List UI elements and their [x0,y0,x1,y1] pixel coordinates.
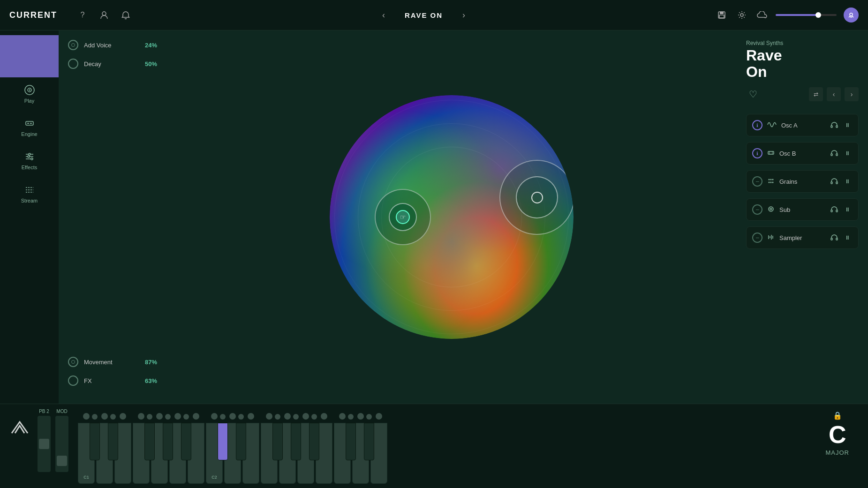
sampler-headphone-button[interactable] [829,233,839,243]
orb-outer-right [499,160,574,235]
disc-orb-right[interactable] [499,160,574,235]
key-dot-A2 [302,413,309,420]
key-note: C [829,422,846,447]
key-D#2[interactable] [236,423,246,460]
decay-circle [68,59,78,69]
stream-label: Stream [21,198,38,203]
svg-rect-23 [768,151,774,154]
sub-headphone-button[interactable] [829,204,839,215]
sidebar-item-effects[interactable]: Effects [0,144,59,177]
key-dot-F2 [266,413,272,420]
sampler-icon [767,234,775,242]
svg-point-36 [769,207,773,211]
volume-slider[interactable] [776,14,837,16]
settings-icon[interactable] [735,8,748,22]
movement-control[interactable]: Movement 87% [68,357,157,367]
osc-b-power-button[interactable]: ℹ [752,148,762,158]
sampler-power-button[interactable]: − [752,233,762,243]
disc-visualizer[interactable]: ☞ [330,95,574,339]
source-osc-a: ℹ Osc A ⏸ [746,114,859,136]
next-track-button[interactable]: › [457,8,471,22]
svg-point-14 [29,153,30,155]
fx-circle [68,375,78,386]
stream-icon [24,184,35,195]
effects-label: Effects [22,165,37,170]
key-G#1[interactable] [163,423,173,460]
key-A#2[interactable] [309,423,319,460]
grains-power-button[interactable]: − [752,176,762,187]
pb-handle [39,439,49,449]
key-dot-G2 [284,413,291,420]
key-label-C1: C1 [83,475,89,480]
osc-b-headphone-button[interactable] [829,148,839,158]
grains-headphone-button[interactable] [829,176,839,187]
save-icon[interactable] [715,8,728,22]
sidebar-item-engine[interactable]: Engine [0,111,59,144]
sub-actions: ⏸ [829,204,853,215]
decay-control[interactable]: Decay 50% [68,59,157,69]
osc-a-pause-button[interactable]: ⏸ [842,120,853,130]
svg-point-5 [850,13,853,16]
user-icon[interactable] [98,8,111,22]
help-icon[interactable]: ? [76,8,89,22]
key-D#1[interactable] [108,423,118,460]
svg-point-37 [770,208,772,210]
center-area: ☞ [166,30,737,404]
pb-mod-section: PB 2 MOD [38,404,68,472]
key-F#2[interactable] [272,423,283,460]
key-dot-D1 [101,413,108,420]
fx-control[interactable]: FX 63% [68,375,157,386]
key-dot-G1 [156,413,163,420]
orb-inner-right [516,176,558,218]
shuffle-button[interactable]: ⇄ [809,87,823,101]
decay-value: 50% [145,60,157,68]
key-A#1[interactable] [181,423,191,460]
sidebar-item-stream[interactable]: Stream [0,177,59,210]
preset-prev-button[interactable]: ‹ [827,87,841,101]
sampler-pause-button[interactable]: ⏸ [842,233,853,243]
user-avatar[interactable] [844,8,859,23]
prev-track-button[interactable]: ‹ [377,8,391,22]
key-dot-C1 [83,413,90,420]
favorite-button[interactable]: ♡ [746,87,760,101]
bell-icon[interactable] [119,8,132,22]
effects-icon [24,151,35,162]
key-C#3[interactable] [346,423,356,460]
sidebar-thumbnail[interactable] [0,35,59,77]
svg-rect-34 [831,182,832,184]
add-voice-circle [68,40,78,50]
add-voice-label: Add Voice [84,42,139,49]
key-dot-A#2 [311,414,317,420]
osc-a-headphone-button[interactable] [829,120,839,130]
svg-rect-27 [836,154,838,156]
key-C#1[interactable] [90,423,100,460]
preset-next-button[interactable]: › [845,87,859,101]
key-D#3[interactable] [364,423,374,460]
key-dot-A1 [174,413,181,420]
key-F#1[interactable] [144,423,155,460]
osc-b-pause-button[interactable]: ⏸ [842,148,853,158]
cloud-icon[interactable] [755,8,769,22]
key-dot-E2 [248,413,254,420]
engine-icon [24,118,35,129]
sub-power-button[interactable]: − [752,204,762,215]
key-C#2[interactable] [218,423,228,460]
key-G#2[interactable] [291,423,301,460]
sub-pause-button[interactable]: ⏸ [842,204,853,215]
play-label: Play [24,98,34,104]
mod-slider[interactable] [55,416,68,472]
top-controls: Add Voice 24% Decay 50% [68,40,157,77]
svg-point-33 [772,181,774,183]
osc-a-power-button[interactable]: ℹ [752,120,762,130]
sidebar-item-play[interactable]: Play [0,77,59,111]
track-title: RAVE ON [405,11,443,19]
osc-a-actions: ⏸ [829,120,853,130]
osc-b-label: Osc B [779,150,824,157]
disc-orb-left[interactable]: ☞ [375,189,431,245]
key-dot-D#2 [238,414,244,420]
bottom-area: PB 2 MOD C1C2 🔒 C MAJOR [0,404,868,488]
grains-pause-button[interactable]: ⏸ [842,176,853,187]
key-dot-D3 [357,413,364,420]
pb-slider[interactable] [38,416,51,472]
add-voice-control[interactable]: Add Voice 24% [68,40,157,50]
